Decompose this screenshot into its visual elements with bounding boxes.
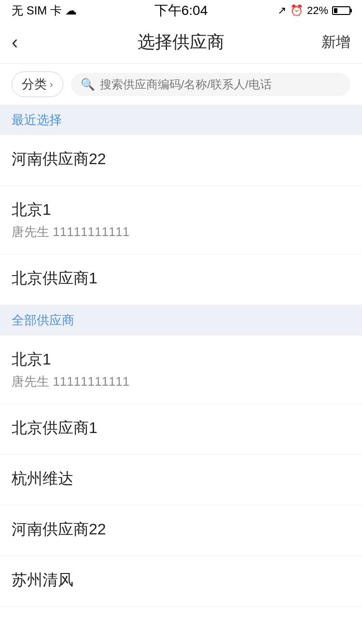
back-button[interactable]: ‹ (12, 31, 41, 53)
supplier-name: 杭州维达 (12, 468, 350, 490)
battery-percent: 22% (307, 4, 328, 17)
all-section-header: 全部供应商 (0, 305, 362, 336)
list-item[interactable]: 河南供应商22 (0, 135, 362, 186)
list-item[interactable]: 北京1唐先生 11111111111 (0, 336, 362, 404)
search-icon: 🔍 (81, 78, 95, 91)
add-button[interactable]: 新增 (321, 32, 350, 52)
list-item[interactable]: 北京供应商1 (0, 404, 362, 455)
supplier-name: 苏州清风 (12, 570, 350, 591)
supplier-name: 北京供应商1 (12, 418, 350, 439)
status-bar: 无 SIM 卡 ☁ 下午6:04 ↗ ⏰ 22% (0, 0, 362, 21)
status-signal: 无 SIM 卡 ☁ (12, 3, 77, 18)
battery-indicator (332, 6, 350, 15)
page-title: 选择供应商 (138, 30, 224, 54)
status-right-group: ↗ ⏰ 22% (278, 4, 350, 17)
list-item[interactable]: 河南供应商22 (0, 505, 362, 556)
all-supplier-list: 北京1唐先生 11111111111北京供应商1杭州维达河南供应商22苏州清风 (0, 336, 362, 607)
category-filter-button[interactable]: 分类 › (12, 71, 63, 97)
list-item[interactable]: 杭州维达 (0, 455, 362, 505)
supplier-name: 河南供应商22 (12, 519, 350, 540)
chevron-right-icon: › (50, 79, 53, 90)
list-item[interactable]: 北京1唐先生 11111111111 (0, 186, 362, 254)
supplier-contact: 唐先生 11111111111 (12, 373, 350, 390)
supplier-name: 北京供应商1 (12, 268, 350, 289)
status-time: 下午6:04 (154, 1, 208, 20)
nav-bar: ‹ 选择供应商 新增 (0, 21, 362, 64)
recent-supplier-list: 河南供应商22北京1唐先生 11111111111北京供应商1 (0, 135, 362, 305)
supplier-contact: 唐先生 11111111111 (12, 224, 350, 240)
search-box: 🔍 (71, 73, 350, 96)
supplier-name: 河南供应商22 (12, 149, 350, 170)
list-item[interactable]: 苏州清风 (0, 556, 362, 607)
recent-section-header: 最近选择 (0, 105, 362, 135)
filter-bar: 分类 › 🔍 (0, 64, 362, 105)
alarm-icon: ⏰ (290, 4, 303, 17)
supplier-name: 北京1 (12, 199, 350, 221)
search-input[interactable] (100, 78, 341, 91)
category-label: 分类 (22, 76, 47, 93)
supplier-name: 北京1 (12, 349, 350, 370)
list-item[interactable]: 北京供应商1 (0, 254, 362, 305)
location-icon: ↗ (278, 4, 286, 17)
